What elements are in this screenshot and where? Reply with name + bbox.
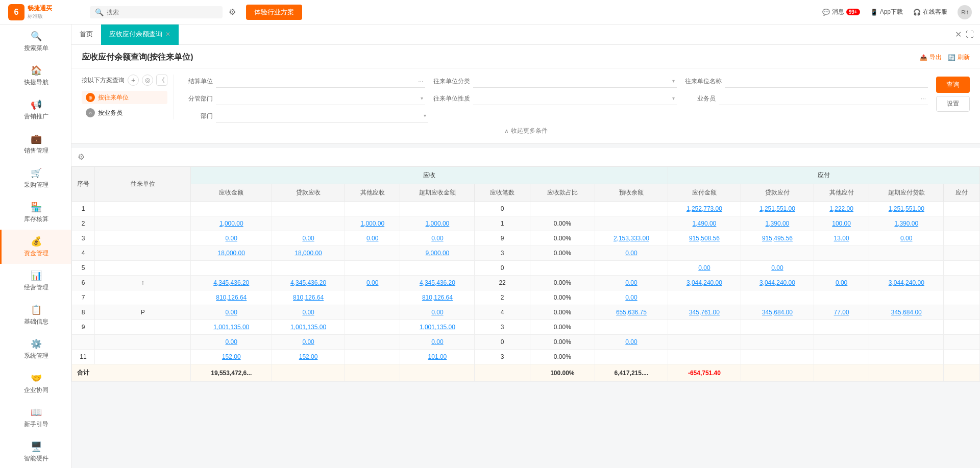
sidebar-item-quick-nav[interactable]: 🏠 快捷导航 (0, 59, 71, 93)
table-cell: 0 (475, 335, 530, 350)
collapse-more[interactable]: ∧ 收起更多条件 (82, 125, 970, 137)
tab-home[interactable]: 首页 (71, 24, 101, 45)
search-box[interactable]: 🔍 (90, 6, 223, 18)
tab-close-all-icon[interactable]: ✕ (955, 30, 962, 39)
table-cell (191, 261, 272, 276)
table-cell: 0.00 (345, 276, 400, 290)
data-table: 序号 往来单位 应收 应付 应收金额 贷款应收 其他应收 超期应收金额 应收笔数 (71, 166, 980, 382)
sidebar-item-label: 资金管理 (24, 249, 48, 258)
sales-icon: 💼 (31, 133, 42, 144)
export-icon: 📤 (920, 54, 927, 61)
table-cell (530, 202, 595, 216)
online-service-btn[interactable]: 🎧 在线客服 (913, 8, 947, 16)
table-cell (944, 261, 980, 276)
trial-button[interactable]: 体验行业方案 (246, 5, 302, 20)
export-button[interactable]: 📤 导出 (920, 53, 942, 62)
table-row: 6↑4,345,436.204,345,436.200.004,345,436.… (72, 276, 980, 290)
filter-setting-button[interactable]: ◎ (142, 75, 153, 86)
logo: 6 畅捷通买 标准版 (8, 4, 80, 20)
table-cell (944, 202, 980, 216)
system-icon: ⚙️ (31, 338, 42, 350)
tab-ar-ap[interactable]: 应收应付余额查询 ✕ (101, 24, 179, 45)
query-button[interactable]: 查询 (936, 77, 970, 93)
field-settlement: 结算单位 ··· (182, 75, 425, 88)
col-header-ar-count: 应收笔数 (475, 184, 530, 202)
table-cell (95, 216, 191, 231)
refresh-button[interactable]: 🔄 刷新 (948, 53, 970, 62)
tab-close-icon[interactable]: ✕ (165, 31, 170, 38)
table-cell: 0.00 (191, 231, 272, 246)
app-download-btn[interactable]: 📱 App下载 (870, 8, 903, 16)
filter-by-staff[interactable]: ○ 按业务员 (82, 106, 167, 119)
table-cell (72, 335, 95, 350)
table-cell (944, 320, 980, 335)
gear-icon[interactable]: ⚙ (229, 7, 236, 17)
table-cell (944, 246, 980, 261)
hardware-icon: 🖥️ (31, 441, 42, 452)
table-cell: 0.00% (530, 350, 595, 364)
dept-manage-value[interactable]: ▾ (216, 92, 425, 105)
filter-left: 按以下方案查询 + ◎ 《 ⊕ 按往来单位 ○ (82, 75, 174, 119)
sidebar-item-hardware[interactable]: 🖥️ 智能硬件 (0, 435, 71, 468)
unit-nature-value[interactable]: ▾ (473, 92, 676, 105)
logo-icon: 6 (8, 4, 24, 20)
dept-value[interactable]: ▾ (216, 109, 428, 122)
by-staff-icon: ○ (86, 108, 95, 117)
table-wrapper: 序号 往来单位 应收 应付 应收金额 贷款应收 其他应收 超期应收金额 应收笔数 (71, 166, 980, 382)
table-cell (272, 261, 345, 276)
footer-label: 合计 (72, 364, 191, 382)
sidebar-item-operations[interactable]: 📊 经营管理 (0, 264, 71, 298)
sidebar-item-finance[interactable]: 💰 资金管理 (0, 230, 71, 264)
table-row: 500.000.00 (72, 261, 980, 276)
filter-collapse-button[interactable]: 《 (156, 75, 167, 86)
unit-name-value[interactable] (725, 75, 928, 88)
sidebar-item-collab[interactable]: 🤝 企业协同 (0, 366, 71, 401)
filter-scheme-label: 按以下方案查询 (82, 76, 125, 85)
table-cell: 1 (72, 202, 95, 216)
sidebar-item-system[interactable]: ⚙️ 系统管理 (0, 332, 71, 366)
table-cell: ↑ (95, 276, 191, 290)
sidebar-item-inventory[interactable]: 🏪 库存核算 (0, 195, 71, 230)
table-cell: 1,251,551.00 (869, 202, 944, 216)
filter-add-button[interactable]: + (128, 75, 139, 86)
footer-ar-ratio: 100.00% (530, 364, 595, 382)
settings-button[interactable]: 设置 (936, 96, 970, 112)
sidebar-item-purchase[interactable]: 🛒 采购管理 (0, 161, 71, 195)
sidebar-item-marketing[interactable]: 📢 营销推广 (0, 93, 71, 127)
tab-bar-right: ✕ ⛶ (955, 30, 980, 39)
logo-name: 畅捷通买 (28, 4, 52, 13)
sidebar-item-label: 快捷导航 (24, 78, 48, 87)
table-cell (95, 231, 191, 246)
table-cell: 9 (72, 320, 95, 335)
table-cell: 18,000.00 (191, 246, 272, 261)
filter-by-unit[interactable]: ⊕ 按往来单位 (82, 91, 167, 104)
sidebar-item-sales[interactable]: 💼 销售管理 (0, 127, 71, 161)
table-cell: 3,044,240.00 (869, 276, 944, 290)
table-row: 21,000.001,000.001,000.0010.00%1,490.001… (72, 216, 980, 231)
tab-bar: 首页 应收应付余额查询 ✕ ✕ ⛶ (71, 24, 980, 45)
table-settings-icon[interactable]: ⚙ (78, 152, 85, 162)
sidebar-item-basic-info[interactable]: 📋 基础信息 (0, 298, 71, 332)
table-cell: 0.00 (741, 261, 814, 276)
table-row: 101,252,773.001,251,551.001,222.001,251,… (72, 202, 980, 216)
search-input[interactable] (107, 9, 188, 16)
settlement-value[interactable]: ··· (216, 75, 425, 88)
table-cell: 0.00% (530, 276, 595, 290)
table-cell (95, 202, 191, 216)
msg-badge: 99+ (846, 9, 860, 15)
unit-category-value[interactable]: ▾ (473, 75, 676, 88)
table-cell (668, 320, 741, 335)
table-cell: 3 (475, 246, 530, 261)
tab-fullscreen-icon[interactable]: ⛶ (966, 30, 974, 39)
filter-section: 按以下方案查询 + ◎ 《 ⊕ 按往来单位 ○ (71, 68, 980, 144)
message-btn[interactable]: 💬 消息 99+ (822, 8, 860, 16)
user-avatar[interactable]: Rit (958, 5, 972, 19)
col-header-ar-other: 其他应收 (345, 184, 400, 202)
sidebar-item-guide[interactable]: 📖 新手引导 (0, 401, 71, 435)
table-cell: 5 (72, 261, 95, 276)
filter-row-1: 结算单位 ··· 往来单位分类 (182, 75, 928, 88)
sidebar-item-search-menu[interactable]: 🔍 搜索菜单 (0, 24, 71, 59)
table-cell (191, 202, 272, 216)
salesman-value[interactable]: ··· (719, 92, 928, 105)
inventory-icon: 🏪 (31, 202, 42, 213)
